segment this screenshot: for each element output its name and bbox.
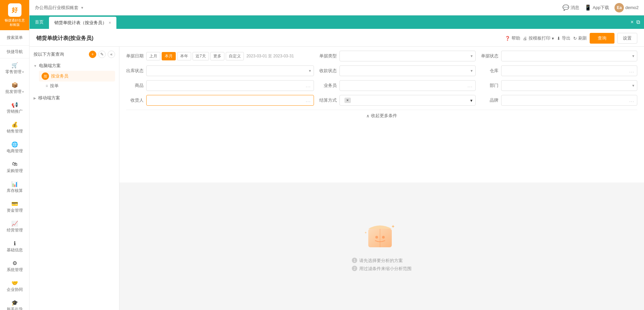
collapse-bar[interactable]: ∧ 收起更多条件: [126, 110, 637, 121]
add-scheme-button[interactable]: +: [89, 51, 96, 58]
enterprise-label: 企业协同: [7, 287, 23, 293]
salesperson-dots[interactable]: …: [467, 83, 473, 89]
date-7days-btn[interactable]: 近7天: [193, 52, 209, 60]
refresh-icon: ↻: [573, 36, 577, 41]
refresh-action[interactable]: ↻ 刷新: [573, 35, 587, 41]
sidebar-search[interactable]: 搜索菜单: [0, 30, 29, 46]
scheme-salesperson-icon: 按: [42, 72, 49, 80]
date-this-month-btn[interactable]: 本月: [162, 52, 176, 60]
help-action[interactable]: ❓ 帮助: [505, 35, 520, 41]
setting-button[interactable]: 设置: [617, 33, 637, 44]
sidebar-item-ecommerce[interactable]: 🌐 电商管理: [5, 138, 24, 157]
sidebar-item-system[interactable]: ⚙ 系统管理: [5, 256, 24, 276]
scheme-item-salesperson[interactable]: 按 按业务员: [39, 71, 115, 82]
doc-status-field: 单据状态 ▾: [481, 51, 637, 61]
filter-row-2: 出库状态 ▾ 收款状态 ▾: [126, 65, 637, 76]
scheme-sub-item[interactable]: ≡ 按单: [39, 82, 115, 90]
breadcrumb-dropdown[interactable]: ▾: [81, 5, 83, 10]
tab-maximize-button[interactable]: ⧉: [636, 19, 640, 25]
enterprise-icon: 🤝: [11, 279, 18, 286]
tip-num-2: 2: [352, 266, 357, 271]
filter-row-4: 收货人 … 结算方式 × ▾: [126, 95, 637, 106]
date-last-month-btn[interactable]: 上月: [146, 52, 160, 60]
desktop-scheme-group-header[interactable]: ▼ 电脑端方案: [34, 61, 115, 71]
warehouse-label: 仓库: [481, 68, 501, 74]
sidebar-item-basics[interactable]: ℹ 基础信息: [5, 237, 24, 256]
doc-type-label: 单据类型: [319, 53, 339, 59]
consignee-dots[interactable]: …: [306, 97, 311, 103]
tip-text-1: 请先选择要分析的方案: [359, 258, 403, 264]
marketing-label: 营销推广: [7, 109, 23, 114]
shortcuts-label[interactable]: 快捷导航: [0, 47, 29, 57]
search-menu-label[interactable]: 搜索菜单: [0, 33, 29, 43]
brand-label: 品牌: [481, 97, 501, 103]
payment-status-select[interactable]: ▾: [339, 65, 476, 76]
tab-close-button[interactable]: ×: [109, 20, 111, 25]
department-select[interactable]: ▾: [501, 80, 637, 91]
newbie-icon: 🎓: [11, 299, 18, 306]
right-panel: 单据日期 上月 本月 本年 近7天 更多 自定义 2023-03-01 至 20…: [119, 47, 644, 310]
sidebar-item-sales[interactable]: 💰 销售管理: [5, 118, 24, 138]
filter-form: 单据日期 上月 本月 本年 近7天 更多 自定义 2023-03-01 至 20…: [119, 47, 644, 183]
tab-active[interactable]: 销货单统计表（按业务员） ×: [49, 17, 116, 29]
tab-minimize-button[interactable]: ×: [631, 19, 634, 25]
collapse-sidebar-button[interactable]: «: [108, 51, 115, 58]
sidebar-item-wholesale[interactable]: 📦 批发管理 ▾: [5, 78, 24, 98]
collapse-icon: ∧: [366, 113, 370, 118]
app-logo[interactable]: 好 畅捷通好生意标账版: [0, 0, 29, 30]
user-menu[interactable]: Ea demo2: [614, 3, 639, 12]
sidebar-item-marketing[interactable]: 📢 营销推广: [5, 98, 24, 118]
query-button[interactable]: 查询: [590, 33, 614, 44]
doc-type-select[interactable]: ▾: [339, 51, 476, 61]
filter-sidebar-title: 按以下方案查询: [34, 51, 64, 57]
warehouse-dots[interactable]: …: [629, 68, 634, 74]
goods-input[interactable]: …: [146, 80, 314, 91]
print-action[interactable]: 🖨 按模板打印 ▾: [523, 35, 554, 41]
mobile-group-label: 移动端方案: [38, 95, 60, 101]
svg-text:✦: ✦: [364, 231, 367, 235]
sales-label: 销售管理: [7, 128, 23, 134]
filter-sidebar: 按以下方案查询 + ✎ « ▼ 电脑端方案: [30, 47, 119, 310]
empty-tip-2: 2 用过滤条件来缩小分析范围: [352, 266, 412, 272]
brand-dots[interactable]: …: [629, 97, 634, 103]
main-area: 办公用品行业模拟账套 ▾ 💬 消息 📱 App下载 Ea demo2 首页: [30, 0, 644, 310]
tab-home[interactable]: 首页: [30, 15, 49, 29]
date-this-year-btn[interactable]: 本年: [177, 52, 191, 60]
user-avatar: Ea: [614, 3, 624, 12]
sidebar-item-enterprise[interactable]: 🤝 企业协同: [5, 276, 24, 296]
goods-dots[interactable]: …: [306, 83, 311, 89]
edit-scheme-button[interactable]: ✎: [98, 51, 106, 58]
warehouse-input[interactable]: …: [501, 65, 637, 76]
date-more-btn[interactable]: 更多: [210, 52, 224, 60]
delivery-status-select[interactable]: ▾: [146, 65, 314, 76]
sidebar-shortcuts[interactable]: 快捷导航: [0, 46, 29, 58]
sidebar-item-operations[interactable]: 📈 经营管理: [5, 217, 24, 237]
export-icon: ⬇: [557, 36, 560, 41]
settlement-label: 结算方式: [319, 97, 339, 103]
sidebar-item-purchase[interactable]: 🛍 采购管理: [5, 157, 24, 177]
sidebar-item-retail[interactable]: 🛒 零售管理 ▾: [5, 58, 24, 78]
brand-input[interactable]: …: [501, 95, 637, 106]
mobile-scheme-group-header[interactable]: ▶ 移动端方案: [34, 93, 115, 103]
username-label: demo2: [625, 5, 639, 10]
settlement-clear-btn[interactable]: ×: [344, 98, 351, 103]
message-action[interactable]: 💬 消息: [562, 4, 579, 11]
newbie-label: 新手引导: [7, 307, 23, 310]
salesperson-input[interactable]: …: [339, 80, 476, 91]
export-action[interactable]: ⬇ 导出: [557, 35, 571, 41]
date-custom-btn[interactable]: 自定义: [226, 52, 244, 60]
mobile-group-arrow: ▶: [34, 96, 36, 100]
sidebar-item-finance[interactable]: 💳 资金管理: [5, 197, 24, 217]
sidebar-item-inventory[interactable]: 📊 库存核算: [5, 177, 24, 197]
purchase-icon: 🛍: [11, 161, 18, 167]
sidebar-item-newbie[interactable]: 🎓 新手引导: [5, 296, 24, 310]
settlement-arrow: ▾: [470, 98, 473, 103]
mobile-scheme-group: ▶ 移动端方案: [30, 93, 119, 103]
app-download-action[interactable]: 📱 App下载: [585, 4, 609, 11]
goods-label: 商品: [126, 83, 146, 89]
settlement-select[interactable]: × ▾: [339, 95, 476, 106]
scheme-salesperson-label: 按业务员: [51, 73, 68, 79]
consignee-input[interactable]: …: [146, 95, 314, 106]
filter-sidebar-header: 按以下方案查询 + ✎ «: [30, 51, 119, 61]
doc-status-select[interactable]: ▾: [501, 51, 637, 61]
